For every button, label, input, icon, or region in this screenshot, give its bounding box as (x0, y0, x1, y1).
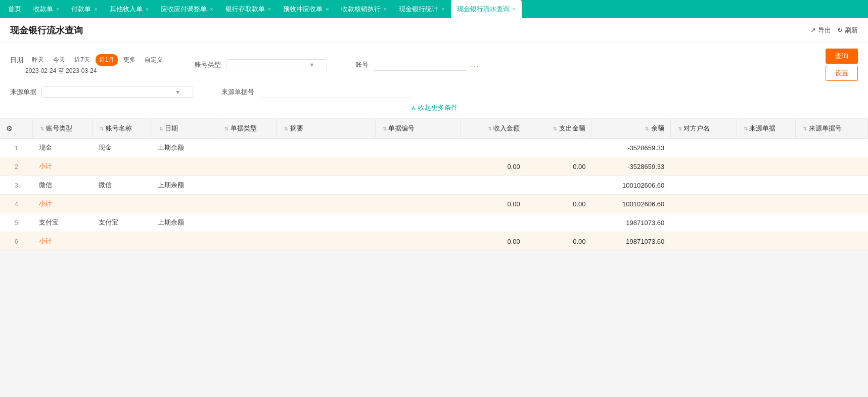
nav-label-payment: 付款单 (71, 0, 91, 18)
date-label: 日期 (10, 56, 23, 65)
th-date[interactable]: ⇅ 日期 (152, 119, 217, 139)
cell-counterparty (670, 195, 736, 213)
nav-label-other-income: 其他收入单 (110, 0, 143, 18)
cell-doc_type (217, 232, 277, 251)
th-counterparty[interactable]: ⇅ 对方户名 (670, 119, 736, 139)
header-actions: ↗ 导出 ↻ 刷新 (810, 26, 858, 35)
refresh-button[interactable]: ↻ 刷新 (837, 26, 858, 35)
nav-close-bank-deposit[interactable]: × (268, 0, 271, 18)
nav-label-cashflow: 现金银行流水查询 (457, 0, 510, 18)
date-today[interactable]: 今天 (50, 54, 69, 66)
nav-item-verify[interactable]: 收款核销执行 × (335, 0, 393, 18)
data-table: ⚙ ⇅ 账号类型 ⇅ 账号名称 ⇅ 日期 ⇅ 单据类型 (0, 119, 868, 251)
th-src-doc[interactable]: ⇅ 来源单据 (736, 119, 796, 139)
nav-label-verify: 收款核销执行 (341, 0, 381, 18)
cell-date (152, 232, 217, 251)
cell-abstract (277, 157, 376, 176)
account-type-select[interactable]: ▼ (226, 59, 327, 70)
cell-income (461, 139, 526, 157)
th-expense[interactable]: ⇅ 支出金额 (526, 119, 592, 139)
th-balance[interactable]: ⇅ 余额 (591, 119, 670, 139)
sort-icon-income: ⇅ (488, 126, 492, 131)
cell-src_doc (736, 139, 796, 157)
th-doc-type[interactable]: ⇅ 单据类型 (217, 119, 277, 139)
cell-counterparty (670, 157, 736, 176)
th-acct-type[interactable]: ⇅ 账号类型 (33, 119, 93, 139)
date-7days[interactable]: 近7天 (71, 54, 94, 66)
date-more[interactable]: 更多 (120, 54, 139, 66)
collapse-label: 收起更多条件 (418, 103, 458, 112)
th-acct-name[interactable]: ⇅ 账号名称 (93, 119, 152, 139)
nav-label-stats: 现金银行统计 (399, 0, 438, 18)
table-row: 6小计0.000.0019871073.60 (0, 232, 868, 251)
cell-income: 0.00 (461, 195, 526, 213)
export-button[interactable]: ↗ 导出 (810, 26, 831, 35)
sort-icon-expense: ⇅ (553, 126, 557, 131)
cell-expense: 0.00 (526, 195, 592, 213)
account-input[interactable] (374, 59, 467, 71)
nav-close-payment[interactable]: × (94, 0, 97, 18)
sort-icon-acct-type: ⇅ (40, 126, 44, 131)
nav-close-verify[interactable]: × (384, 0, 387, 18)
th-src-doc-num[interactable]: ⇅ 来源单据号 (796, 119, 868, 139)
nav-close-receipt[interactable]: × (56, 0, 59, 18)
cell-balance: 19871073.60 (591, 213, 670, 232)
account-type-label: 账号类型 (195, 60, 221, 69)
cell-expense (526, 139, 592, 157)
nav-item-other-income[interactable]: 其他收入单 × (104, 0, 155, 18)
nav-item-payment[interactable]: 付款单 × (65, 0, 103, 18)
nav-close-adjustment[interactable]: × (210, 0, 213, 18)
nav-close-prepay[interactable]: × (326, 0, 329, 18)
nav-item-adjustment[interactable]: 应收应付调整单 × (155, 0, 219, 18)
account-ellipsis-button[interactable]: ... (470, 60, 479, 69)
cell-doc_type (217, 213, 277, 232)
source-doc-num-input[interactable] (259, 86, 411, 98)
cell-doc_type (217, 176, 277, 195)
cell-abstract (277, 232, 376, 251)
nav-item-prepay[interactable]: 预收冲应收单 × (277, 0, 335, 18)
nav-item-cashflow[interactable]: 现金银行流水查询 × (451, 0, 522, 18)
cell-income: 0.00 (461, 157, 526, 176)
query-button[interactable]: 查询 (826, 49, 858, 64)
setting-button[interactable]: 设置 (826, 66, 858, 81)
nav-close-cashflow[interactable]: × (513, 0, 516, 18)
nav-item-receipt[interactable]: 收款单 × (27, 0, 65, 18)
nav-label-prepay: 预收冲应收单 (283, 0, 323, 18)
table-row: 1现金现金上期余额-3528659.33 (0, 139, 868, 157)
refresh-icon: ↻ (837, 26, 843, 34)
source-doc-select[interactable]: ▼ (41, 86, 193, 98)
table-row: 2小计0.000.00-3528659.33 (0, 157, 868, 176)
cell-doc_num (375, 195, 461, 213)
collapse-up-icon: ∧ (411, 104, 416, 112)
cell-acct_type: 微信 (33, 176, 93, 195)
gear-icon[interactable]: ⚙ (6, 124, 13, 133)
nav-close-stats[interactable]: × (441, 0, 444, 18)
date-custom[interactable]: 自定义 (141, 54, 166, 66)
cell-abstract (277, 176, 376, 195)
th-settings[interactable]: ⚙ (0, 119, 33, 139)
date-1month[interactable]: 近1月 (96, 54, 118, 66)
cell-acct_type: 小计 (33, 195, 93, 213)
nav-label-home: 首页 (8, 0, 21, 18)
cell-num: 5 (0, 213, 33, 232)
cell-abstract (277, 139, 376, 157)
nav-item-home[interactable]: 首页 (2, 0, 27, 18)
collapse-button[interactable]: ∧ 收起更多条件 (10, 103, 858, 112)
cell-balance: 100102606.60 (591, 195, 670, 213)
cell-income (461, 176, 526, 195)
table-header-row: ⚙ ⇅ 账号类型 ⇅ 账号名称 ⇅ 日期 ⇅ 单据类型 (0, 119, 868, 139)
table-container: ⚙ ⇅ 账号类型 ⇅ 账号名称 ⇅ 日期 ⇅ 单据类型 (0, 119, 868, 251)
cell-counterparty (670, 213, 736, 232)
table-row: 5支付宝支付宝上期余额19871073.60 (0, 213, 868, 232)
nav-item-stats[interactable]: 现金银行统计 × (393, 0, 450, 18)
th-income[interactable]: ⇅ 收入金额 (461, 119, 526, 139)
cell-doc_num (375, 232, 461, 251)
sort-icon-src-doc: ⇅ (744, 126, 748, 131)
th-abstract[interactable]: ⇅ 摘要 (277, 119, 376, 139)
nav-close-other-income[interactable]: × (146, 0, 149, 18)
cell-num: 6 (0, 232, 33, 251)
cell-src_doc (736, 176, 796, 195)
th-doc-num[interactable]: ⇅ 单据编号 (375, 119, 461, 139)
date-yesterday[interactable]: 昨天 (28, 54, 48, 66)
nav-item-bank-deposit[interactable]: 银行存取款单 × (219, 0, 277, 18)
